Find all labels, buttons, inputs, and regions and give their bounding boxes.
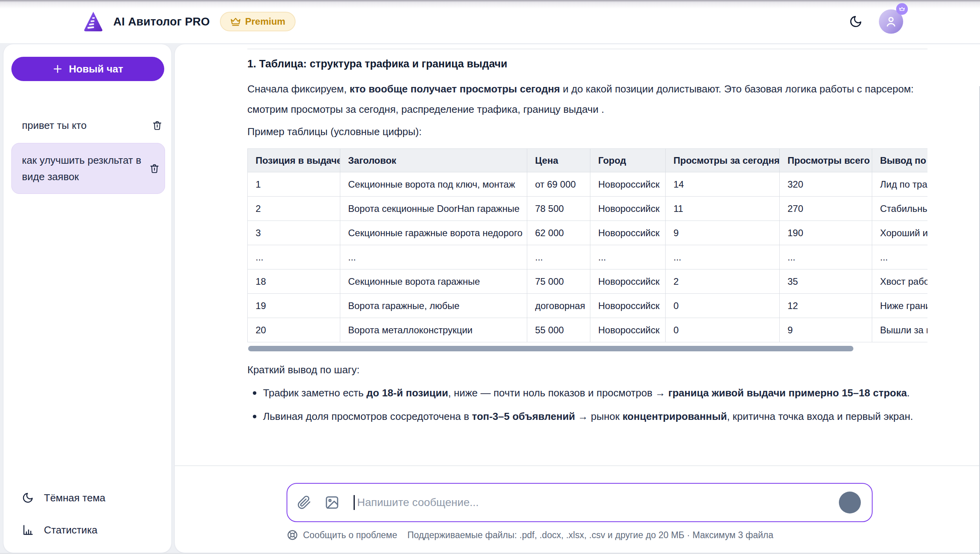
table-cell: 9	[666, 221, 780, 245]
table-cell: ...	[780, 245, 872, 269]
table-cell: 0	[666, 318, 780, 342]
window-bottom-edge	[0, 553, 980, 554]
sidebar: Новый чат привет ты кто как улучшить рез…	[3, 44, 172, 553]
chat-list: привет ты кто как улучшить резкльтат в в…	[4, 114, 172, 194]
table-cell: 62 000	[527, 221, 590, 245]
traffic-table: Позиция в выдачеЗаголовокЦенаГородПросмо…	[247, 148, 927, 342]
text: Львиная доля просмотров сосредоточена в	[263, 410, 472, 422]
table-row: 18Секционные ворота гаражные75 000Новоро…	[248, 269, 928, 294]
trash-icon	[149, 163, 160, 174]
text-caret	[354, 495, 355, 510]
lifebuoy-icon	[287, 529, 298, 541]
table-cell: от 69 000	[527, 172, 590, 197]
table-cell: ...	[527, 245, 590, 269]
horizontal-scrollbar-thumb[interactable]	[248, 346, 853, 351]
crown-icon	[230, 17, 241, 26]
chat-panel: 1. Таблица: структура трафика и граница …	[174, 44, 980, 553]
table-cell: ...	[872, 245, 928, 269]
table-cell: Секционные гаражные ворота недорого	[340, 221, 527, 245]
bold-text: →	[578, 410, 588, 422]
supported-files-hint: Поддерживаемые файлы: .pdf, .docx, .xlsx…	[407, 530, 773, 541]
table-cell: 75 000	[527, 269, 590, 294]
table-row: 1Секционные ворота под ключ, монтажот 69…	[248, 172, 928, 197]
table-cell: 11	[666, 197, 780, 221]
table-header-cell: Город	[590, 149, 666, 172]
table-caption: Пример таблицы (условные цифры):	[247, 126, 927, 138]
table-cell: Хороший ин	[872, 221, 928, 245]
moon-icon	[22, 492, 34, 504]
table-row: .....................	[248, 245, 928, 269]
message-heading: 1. Таблица: структура трафика и граница …	[247, 58, 927, 70]
chat-list-item-selected[interactable]: как улучшить резкльтат в виде заявок	[11, 143, 165, 194]
statistics-item[interactable]: Статистика	[4, 519, 172, 541]
summary-bullets: Трафик заметно есть до 18-й позиции, ниж…	[247, 383, 927, 426]
table-header-cell: Вывод по тр	[872, 149, 928, 172]
send-button[interactable]	[839, 492, 861, 513]
report-problem-button[interactable]: Сообщить о проблеме	[287, 529, 397, 541]
table-cell: Новороссийск	[590, 294, 666, 318]
table-cell: Новороссийск	[590, 269, 666, 294]
table-cell: ...	[590, 245, 666, 269]
table-cell: 18	[248, 269, 340, 294]
message-intro: Сначала фиксируем, кто вообще получает п…	[247, 79, 927, 119]
table-cell: 320	[780, 172, 872, 197]
chat-title[interactable]: привет ты кто	[22, 117, 149, 134]
image-icon	[325, 495, 339, 510]
table-cell: 2	[248, 197, 340, 221]
person-icon	[884, 14, 898, 29]
moon-icon	[849, 15, 862, 28]
chat-messages[interactable]: 1. Таблица: структура трафика и граница …	[175, 44, 980, 465]
table-row: 20Ворота металлоконструкции55 000Новорос…	[248, 318, 928, 342]
table-cell: Новороссийск	[590, 172, 666, 197]
table-cell: Новороссийск	[590, 221, 666, 245]
text: , критична точка входа и первый экран.	[727, 410, 913, 422]
dark-theme-label: Тёмная тема	[44, 492, 105, 504]
table-header-cell: Позиция в выдаче	[248, 149, 340, 172]
message-input[interactable]: Напишите сообщение...	[287, 483, 873, 522]
table-cell: 270	[780, 197, 872, 221]
table-cell: 20	[248, 318, 340, 342]
app-title: AI Авитолог PRO	[113, 15, 210, 28]
table-cell: 1	[248, 172, 340, 197]
delete-chat-button[interactable]	[147, 161, 162, 176]
premium-badge[interactable]: Premium	[220, 12, 296, 31]
bold-text: концентрированный	[622, 410, 727, 422]
table-cell: Ворота металлоконструкции	[340, 318, 527, 342]
bullet-item: Львиная доля просмотров сосредоточена в …	[247, 407, 927, 426]
table-cell: 19	[248, 294, 340, 318]
report-problem-label: Сообщить о проблеме	[303, 530, 397, 541]
table-horizontal-scrollbar	[247, 346, 927, 351]
new-chat-button[interactable]: Новый чат	[11, 57, 164, 81]
chat-title[interactable]: как улучшить резкльтат в виде заявок	[22, 152, 147, 185]
attach-image-button[interactable]	[325, 495, 339, 510]
premium-crown-badge	[896, 3, 908, 15]
dark-theme-toggle[interactable]: Тёмная тема	[4, 487, 172, 509]
table-cell: ...	[340, 245, 527, 269]
trash-icon	[152, 120, 163, 131]
attach-file-button[interactable]	[297, 495, 311, 510]
bullet-item: Трафик заметно есть до 18-й позиции, ниж…	[247, 383, 927, 403]
delete-chat-button[interactable]	[149, 118, 165, 133]
table-cell: договорная	[527, 294, 590, 318]
text: рынок	[588, 410, 622, 422]
new-chat-label: Новый чат	[69, 63, 123, 75]
statistics-label: Статистика	[44, 524, 98, 536]
table-container: Позиция в выдачеЗаголовокЦенаГородПросмо…	[247, 148, 927, 342]
bar-chart-icon	[22, 524, 34, 536]
premium-label: Premium	[245, 16, 285, 27]
table-cell: 35	[780, 269, 872, 294]
theme-toggle-button[interactable]	[849, 15, 862, 28]
table-cell: Ворота гаражные, любые	[340, 294, 527, 318]
bold-text: топ-3–5 объявлений	[472, 410, 575, 422]
table-cell: 14	[666, 172, 780, 197]
chat-list-item[interactable]: привет ты кто	[11, 114, 165, 137]
text: Сначала фиксируем,	[247, 83, 350, 95]
composer-hints: Сообщить о проблеме Поддерживаемые файлы…	[287, 529, 773, 541]
user-avatar[interactable]	[879, 9, 903, 34]
summary-title: Краткий вывод по шагу:	[247, 364, 927, 376]
table-cell: ...	[248, 245, 340, 269]
page-background: Новый чат привет ты кто как улучшить рез…	[0, 43, 980, 554]
app-header: AI Авитолог PRO Premium	[0, 0, 980, 43]
table-header-cell: Просмотры за сегодня	[666, 149, 780, 172]
table-header-cell: Цена	[527, 149, 590, 172]
